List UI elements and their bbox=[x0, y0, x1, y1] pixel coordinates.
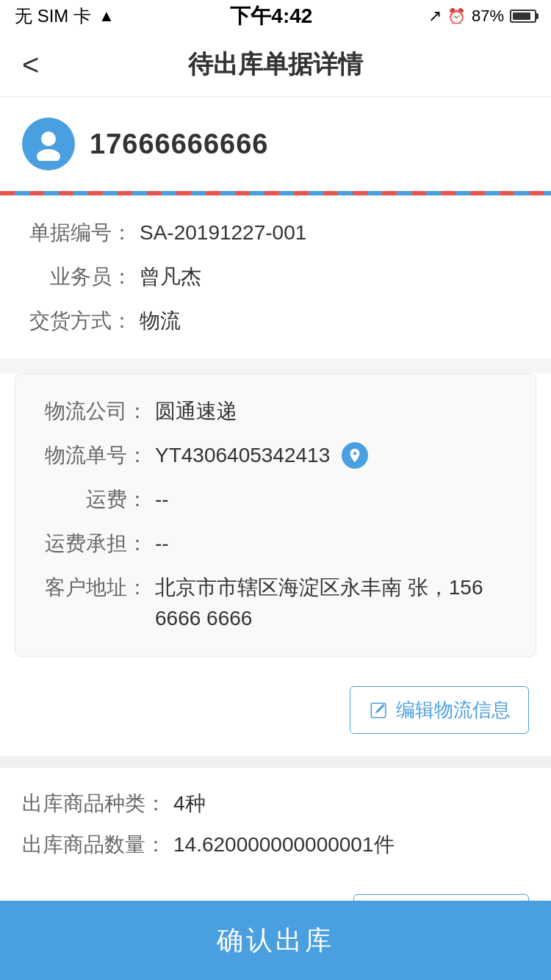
logistics-tracking-label: 物流单号： bbox=[37, 440, 155, 471]
customer-header: 17666666666 bbox=[0, 97, 551, 191]
avatar bbox=[22, 118, 75, 170]
logistics-company-label: 物流公司： bbox=[37, 396, 155, 427]
logistics-address-value: 北京市市辖区海淀区永丰南 张，156 6666 6666 bbox=[155, 572, 514, 634]
svg-point-1 bbox=[37, 149, 60, 161]
order-number-value: SA-20191227-001 bbox=[140, 217, 529, 248]
confirm-button-label: 确认出库 bbox=[217, 923, 334, 959]
status-bar: 无 SIM 卡 ▲ 下午4:42 ↗ ⏰ 87% bbox=[0, 0, 551, 32]
carrier-text: 无 SIM 卡 bbox=[15, 4, 91, 28]
goods-quantity-label: 出库商品数量： bbox=[22, 831, 173, 859]
delivery-row: 交货方式： 物流 bbox=[22, 306, 529, 336]
logistics-freight-value: -- bbox=[155, 484, 514, 515]
edit-logistics-label: 编辑物流信息 bbox=[396, 697, 511, 723]
status-right: ↗ ⏰ 87% bbox=[428, 7, 536, 26]
svg-point-0 bbox=[41, 131, 56, 146]
salesperson-value: 曾凡杰 bbox=[140, 262, 529, 292]
goods-quantity-value: 14.620000000000001件 bbox=[173, 831, 395, 859]
location-status-icon: ↗ bbox=[428, 7, 442, 26]
salesperson-row: 业务员： 曾凡杰 bbox=[22, 262, 529, 292]
battery-percent: 87% bbox=[472, 7, 504, 26]
logistics-freight-payer-label: 运费承担： bbox=[37, 528, 155, 559]
logistics-wrapper: 物流公司： 圆通速递 物流单号： YT4306405342413 运费： -- bbox=[0, 373, 551, 756]
logistics-freight-payer-row: 运费承担： -- bbox=[37, 528, 514, 559]
order-number-row: 单据编号： SA-20191227-001 bbox=[22, 217, 529, 248]
salesperson-label: 业务员： bbox=[22, 262, 140, 292]
confirm-bottom-bar[interactable]: 确认出库 bbox=[0, 901, 551, 980]
customer-phone: 17666666666 bbox=[90, 129, 268, 160]
logistics-company-value: 圆通速递 bbox=[155, 396, 514, 427]
edit-logistics-button[interactable]: 编辑物流信息 bbox=[350, 686, 529, 734]
status-time: 下午4:42 bbox=[230, 2, 312, 30]
logistics-freight-payer-value: -- bbox=[155, 528, 514, 559]
section-divider bbox=[0, 756, 551, 768]
alarm-icon: ⏰ bbox=[447, 7, 466, 25]
order-number-label: 单据编号： bbox=[22, 217, 140, 248]
logistics-tracking-row: 物流单号： YT4306405342413 bbox=[37, 440, 514, 471]
logistics-address-label: 客户地址： bbox=[37, 572, 155, 603]
logistics-freight-label: 运费： bbox=[37, 484, 155, 515]
nav-title: 待出库单据详情 bbox=[188, 48, 363, 82]
delivery-label: 交货方式： bbox=[22, 306, 140, 336]
order-info-section: 单据编号： SA-20191227-001 业务员： 曾凡杰 交货方式： 物流 bbox=[0, 195, 551, 359]
goods-quantity-row: 出库商品数量： 14.620000000000001件 bbox=[22, 831, 529, 859]
logistics-card: 物流公司： 圆通速递 物流单号： YT4306405342413 运费： -- bbox=[15, 373, 536, 657]
logistics-tracking-value: YT4306405342413 bbox=[155, 440, 514, 471]
logistics-freight-row: 运费： -- bbox=[37, 484, 514, 515]
goods-section: 出库商品种类： 4种 出库商品数量： 14.620000000000001件 bbox=[0, 768, 551, 887]
status-left: 无 SIM 卡 ▲ bbox=[15, 4, 115, 28]
delivery-value: 物流 bbox=[140, 306, 529, 336]
back-button[interactable]: < bbox=[22, 50, 39, 79]
logistics-company-row: 物流公司： 圆通速递 bbox=[37, 396, 514, 427]
tracking-location-icon[interactable] bbox=[342, 442, 368, 469]
edit-icon bbox=[368, 700, 389, 721]
wifi-icon: ▲ bbox=[98, 7, 115, 26]
goods-type-row: 出库商品种类： 4种 bbox=[22, 790, 529, 818]
battery-fill bbox=[513, 12, 530, 20]
nav-bar: < 待出库单据详情 bbox=[0, 32, 551, 97]
edit-btn-row: 编辑物流信息 bbox=[0, 671, 551, 749]
goods-type-label: 出库商品种类： bbox=[22, 790, 173, 818]
content: 17666666666 单据编号： SA-20191227-001 业务员： 曾… bbox=[0, 97, 551, 980]
logistics-address-row: 客户地址： 北京市市辖区海淀区永丰南 张，156 6666 6666 bbox=[37, 572, 514, 634]
avatar-icon bbox=[32, 127, 65, 161]
goods-type-value: 4种 bbox=[173, 790, 206, 818]
battery-bar bbox=[510, 10, 536, 23]
